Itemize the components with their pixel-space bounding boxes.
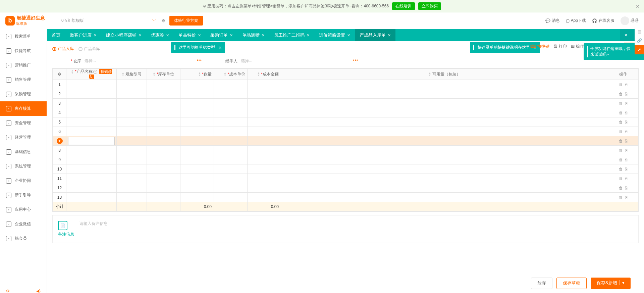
- tab[interactable]: 进价策略设置✕: [314, 29, 355, 41]
- copy-icon[interactable]: ⎘: [625, 92, 627, 96]
- delete-icon[interactable]: 🗑: [619, 120, 623, 125]
- org-selector[interactable]: 0五组旗舰版 ﹀: [58, 16, 159, 25]
- rail-attach-icon[interactable]: 🔗: [635, 36, 644, 45]
- col-product[interactable]: ▲▼ *产品名称? 扫码录入: [66, 69, 117, 80]
- close-icon[interactable]: ✕: [230, 33, 233, 38]
- copy-icon[interactable]: ⎘: [625, 176, 627, 181]
- sidebar-item-5[interactable]: ▫库存核算: [0, 101, 47, 116]
- delete-icon[interactable]: 🗑: [619, 101, 623, 106]
- copy-icon[interactable]: ⎘: [625, 186, 627, 190]
- app-download-link[interactable]: ▢App下载: [566, 18, 586, 23]
- sidebar-item-2[interactable]: ▫营销推广: [0, 58, 47, 72]
- sidebar-item-4[interactable]: ▫采购管理: [0, 87, 47, 101]
- sidebar-item-8[interactable]: ▫基础信息: [0, 145, 47, 159]
- sidebar-item-7[interactable]: ▫经营管理: [0, 130, 47, 145]
- sidebar-item-12[interactable]: ▫应用中心: [0, 202, 47, 217]
- collapse-icon[interactable]: ◀): [36, 289, 41, 293]
- product-in-radio[interactable]: 产品入库: [52, 46, 74, 52]
- copy-icon[interactable]: ⎘: [625, 82, 627, 87]
- tab[interactable]: 优惠券✕: [146, 29, 174, 41]
- tab[interactable]: 采购订单✕: [206, 29, 237, 41]
- sidebar-item-11[interactable]: ▫新手引导: [0, 188, 47, 202]
- delete-icon[interactable]: 🗑: [619, 82, 623, 87]
- copy-icon[interactable]: ⎘: [625, 157, 627, 162]
- shortcut-button[interactable]: ⌨ 快捷键: [530, 44, 549, 49]
- save-draft-button[interactable]: 保存草稿: [556, 278, 587, 289]
- col-amount[interactable]: ▲▼ *成本金额: [248, 69, 281, 80]
- remarks-input[interactable]: 请输入备注信息: [79, 221, 633, 237]
- copy-icon[interactable]: ⎘: [625, 129, 627, 134]
- col-spec[interactable]: ▲▼ 规格型号: [117, 69, 147, 80]
- discard-button[interactable]: 放弃: [531, 278, 552, 289]
- close-icon[interactable]: ✕: [262, 33, 265, 38]
- handler-select[interactable]: 选择...•••: [241, 58, 358, 64]
- sidebar-item-14[interactable]: ▫畅会员: [0, 231, 47, 246]
- delete-icon[interactable]: 🗑: [619, 176, 623, 181]
- print-button[interactable]: 🖶 打印: [553, 44, 567, 49]
- operations-button[interactable]: ▦ 操作: [571, 44, 584, 49]
- close-icon[interactable]: ✕: [198, 33, 201, 38]
- customer-service-link[interactable]: 🎧在线客服: [592, 18, 614, 23]
- delete-icon[interactable]: 🗑: [619, 92, 623, 96]
- sidebar-item-6[interactable]: ▫资金管理: [0, 116, 47, 130]
- save-new-button[interactable]: 保存&新增▾: [591, 278, 631, 289]
- delete-icon[interactable]: 🗑: [619, 139, 623, 143]
- delete-icon[interactable]: 🗑: [619, 110, 623, 115]
- close-icon[interactable]: ✕: [218, 45, 222, 50]
- close-icon[interactable]: ✕: [307, 33, 310, 38]
- gear-icon[interactable]: ⚙: [162, 18, 165, 23]
- rail-expand-icon[interactable]: ⤢: [635, 45, 644, 54]
- sidebar-item-13[interactable]: ▫企业微信: [0, 217, 47, 231]
- delete-icon[interactable]: 🗑: [619, 129, 623, 134]
- product-out-radio[interactable]: 产品退库: [78, 46, 100, 52]
- warehouse-select[interactable]: 选择...•••: [85, 58, 202, 64]
- tab[interactable]: 单品特价✕: [174, 29, 206, 41]
- sidebar-item-3[interactable]: ▫销售管理: [0, 72, 47, 87]
- copy-icon[interactable]: ⎘: [625, 101, 627, 106]
- tab[interactable]: 邀客户进店✕: [65, 29, 101, 41]
- sidebar-item-0[interactable]: ▫搜索菜单: [0, 29, 47, 44]
- tab[interactable]: 单品满赠✕: [237, 29, 269, 41]
- tab[interactable]: 建立小程序店铺✕: [101, 29, 146, 41]
- col-avail[interactable]: ▲▼ 可用量（包装）: [281, 69, 608, 80]
- close-icon[interactable]: ✕: [94, 33, 97, 38]
- rail-doc-icon[interactable]: ▤: [635, 27, 644, 36]
- menu-icon: ▫: [6, 222, 11, 227]
- message-icon: 💬: [545, 18, 550, 23]
- tab[interactable]: 首页: [47, 29, 65, 41]
- copy-icon[interactable]: ⎘: [625, 120, 627, 125]
- close-icon[interactable]: ✕: [347, 33, 350, 38]
- user-menu[interactable]: 珊珊: [621, 16, 639, 25]
- online-training-button[interactable]: 在线培训: [392, 2, 415, 10]
- copy-icon[interactable]: ⎘: [625, 110, 627, 115]
- copy-icon[interactable]: ⎘: [625, 195, 627, 200]
- messages-link[interactable]: 💬消息: [545, 18, 560, 23]
- copy-icon[interactable]: ⎘: [625, 167, 627, 172]
- copy-icon[interactable]: ⎘: [625, 139, 627, 143]
- sidebar-item-10[interactable]: ▫企业协同: [0, 174, 47, 188]
- close-icon[interactable]: ✕: [636, 4, 640, 9]
- tab[interactable]: 产成品入库单✕: [355, 29, 395, 41]
- col-price[interactable]: ▲▼ *成本单价: [214, 69, 248, 80]
- col-settings[interactable]: ⚙: [53, 69, 66, 80]
- close-tab-button[interactable]: ✕: [620, 29, 632, 41]
- sidebar-item-1[interactable]: ▫快捷导航: [0, 44, 47, 58]
- settings-icon[interactable]: ⚙: [6, 289, 10, 293]
- delete-icon[interactable]: 🗑: [619, 186, 623, 190]
- delete-icon[interactable]: 🗑: [619, 195, 623, 200]
- close-icon[interactable]: ✕: [139, 33, 142, 38]
- col-unit[interactable]: ▲▼ *库存单位: [147, 69, 180, 80]
- delete-icon[interactable]: 🗑: [619, 157, 623, 162]
- buy-now-button[interactable]: 立即购买: [418, 2, 441, 10]
- product-input[interactable]: [68, 137, 114, 145]
- try-industry-button[interactable]: 体验行业方案: [169, 16, 203, 26]
- add-row-button[interactable]: +: [57, 138, 63, 144]
- close-icon[interactable]: ✕: [166, 33, 169, 38]
- sidebar-item-9[interactable]: ▫系统管理: [0, 159, 47, 174]
- col-qty[interactable]: ▲▼ *数量: [180, 69, 214, 80]
- delete-icon[interactable]: 🗑: [619, 148, 623, 153]
- delete-icon[interactable]: 🗑: [619, 167, 623, 172]
- copy-icon[interactable]: ⎘: [625, 148, 627, 153]
- close-icon[interactable]: ✕: [388, 33, 391, 38]
- tab[interactable]: 员工推广二维码✕: [269, 29, 314, 41]
